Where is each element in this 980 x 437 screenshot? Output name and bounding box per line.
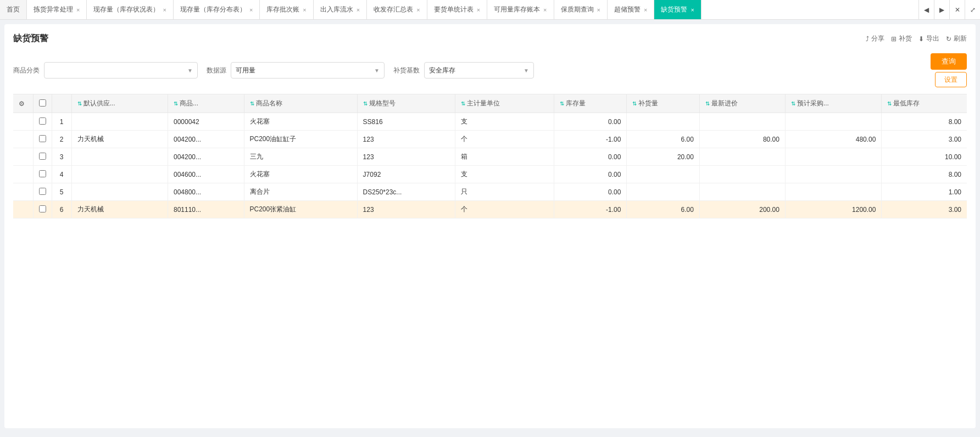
category-filter-group: 商品分类 ▼ — [13, 62, 198, 79]
tab-expiry-query[interactable]: 保质期查询 × — [554, 0, 608, 19]
col-header-spec[interactable]: ⇅ 规格型号 — [357, 94, 455, 113]
category-select[interactable]: ▼ — [44, 62, 198, 79]
tab-home[interactable]: 首页 — [0, 0, 27, 19]
tab-receive-summary-close[interactable]: × — [416, 7, 420, 13]
cell-estimated-purchase: 480.00 — [785, 131, 882, 148]
cell-min-stock: 8.00 — [882, 166, 967, 183]
tab-inventory-dist[interactable]: 现存量（库存分布表） × — [174, 0, 260, 19]
data-table: ⚙ ⇅ 默认供应... ⇅ 商品... — [13, 94, 967, 218]
sort-stock-icon: ⇅ — [560, 100, 564, 107]
datasource-select-value: 可用量 — [236, 66, 255, 75]
cell-min-stock: 3.00 — [882, 201, 967, 218]
cell-latest-price: 200.00 — [699, 201, 785, 218]
filter-row: 商品分类 ▼ 数据源 可用量 ▼ 补货基数 安全库存 ▼ 查询 设置 — [13, 53, 967, 87]
table-body: 10000042火花塞SS816支0.008.002力天机械004200...P… — [13, 113, 967, 218]
col-header-latest-price[interactable]: ⇅ 最新进价 — [699, 94, 785, 113]
sort-spec-icon: ⇅ — [363, 100, 368, 107]
tab-flow-close[interactable]: × — [357, 7, 360, 13]
row-checkbox[interactable] — [39, 188, 46, 195]
col-header-check — [33, 94, 52, 113]
cell-stock: 0.00 — [554, 166, 627, 183]
datasource-filter-group: 数据源 可用量 ▼ — [207, 62, 385, 79]
tab-anomaly[interactable]: 拣货异常处理 × — [27, 0, 87, 19]
datasource-select[interactable]: 可用量 ▼ — [231, 62, 385, 79]
tab-shortage-close[interactable]: × — [691, 7, 694, 13]
replenish-base-select[interactable]: 安全库存 ▼ — [424, 62, 534, 79]
tab-flow[interactable]: 出入库流水 × — [314, 0, 367, 19]
tab-overstock-close[interactable]: × — [644, 7, 647, 13]
tab-shortage-label: 缺货预警 — [661, 5, 687, 14]
row-checkbox[interactable] — [39, 117, 46, 125]
table-row: 2力天机械004200...PC200油缸缸子123个-1.006.0080.0… — [13, 131, 967, 148]
cell-estimated-purchase — [785, 166, 882, 183]
col-header-estimated-purchase[interactable]: ⇅ 预计采购... — [785, 94, 882, 113]
header-actions: ⤴ 分享 ⊞ 补货 ⬇ 导出 ↻ 刷新 — [866, 34, 967, 43]
cell-name: PC200油缸缸子 — [244, 131, 357, 148]
tab-inventory-status[interactable]: 现存量（库存状况表） × — [87, 0, 173, 19]
col-header-gear[interactable]: ⚙ — [13, 94, 33, 113]
tab-inventory-dist-close[interactable]: × — [249, 7, 253, 13]
cell-min-stock: 3.00 — [882, 131, 967, 148]
col-header-stock[interactable]: ⇅ 库存量 — [554, 94, 627, 113]
tab-available-ledger[interactable]: 可用量库存账本 × — [487, 0, 554, 19]
tab-inventory-status-close[interactable]: × — [163, 7, 166, 13]
tab-overstock[interactable]: 超储预警 × — [608, 0, 654, 19]
tab-shortage[interactable]: 缺货预警 × — [654, 0, 701, 19]
table-header-row: ⚙ ⇅ 默认供应... ⇅ 商品... — [13, 94, 967, 113]
table-row: 6力天机械801110...PC200张紧油缸123个-1.006.00200.… — [13, 201, 967, 218]
tab-prev-button[interactable]: ◀ — [918, 0, 934, 20]
row-checkbox[interactable] — [39, 205, 46, 212]
cell-name: 三九 — [244, 148, 357, 166]
col-header-product-name[interactable]: ⇅ 商品名称 — [244, 94, 357, 113]
cell-num: 3 — [52, 148, 71, 166]
replenish-icon: ⊞ — [891, 35, 897, 43]
refresh-icon: ↻ — [946, 35, 951, 43]
category-filter-label: 商品分类 — [13, 66, 40, 75]
tab-requisition-stat[interactable]: 要货单统计表 × — [427, 0, 487, 19]
tab-available-ledger-close[interactable]: × — [543, 7, 547, 13]
col-header-default-supplier[interactable]: ⇅ 默认供应... — [71, 94, 168, 113]
row-checkbox[interactable] — [39, 135, 46, 142]
col-label-replenish-qty: 补货量 — [638, 99, 658, 108]
tab-receive-summary[interactable]: 收发存汇总表 × — [367, 0, 427, 19]
replenish-button[interactable]: ⊞ 补货 — [891, 34, 912, 43]
tab-navigation: ◀ ▶ ✕ ⤢ — [918, 0, 980, 20]
row-checkbox[interactable] — [39, 153, 46, 160]
tab-close-all-button[interactable]: ✕ — [949, 0, 965, 20]
cell-gear — [13, 148, 33, 166]
tab-next-button[interactable]: ▶ — [934, 0, 949, 20]
col-header-product-code[interactable]: ⇅ 商品... — [168, 94, 244, 113]
cell-min-stock: 1.00 — [882, 183, 967, 201]
settings-button[interactable]: 设置 — [935, 72, 967, 87]
select-all-checkbox[interactable] — [39, 99, 46, 107]
cell-name: PC200张紧油缸 — [244, 201, 357, 218]
tab-expand-button[interactable]: ⤢ — [965, 0, 980, 20]
col-header-replenish-qty[interactable]: ⇅ 补货量 — [627, 94, 700, 113]
col-header-unit[interactable]: ⇅ 主计量单位 — [455, 94, 554, 113]
cell-check — [33, 148, 52, 166]
cell-estimated-purchase — [785, 183, 882, 201]
cell-spec: DS250*23c... — [357, 183, 455, 201]
refresh-button[interactable]: ↻ 刷新 — [946, 34, 967, 43]
cell-stock: -1.00 — [554, 131, 627, 148]
cell-code: 0000042 — [168, 113, 244, 131]
tab-anomaly-close[interactable]: × — [76, 7, 80, 13]
query-button[interactable]: 查询 — [931, 53, 967, 70]
category-chevron-down-icon: ▼ — [187, 68, 193, 74]
export-button[interactable]: ⬇ 导出 — [918, 34, 939, 43]
tab-batch-account-close[interactable]: × — [303, 7, 306, 13]
refresh-label: 刷新 — [954, 34, 967, 43]
col-label-name: 商品名称 — [256, 99, 282, 108]
cell-check — [33, 113, 52, 131]
tab-requisition-stat-close[interactable]: × — [477, 7, 480, 13]
tab-requisition-stat-label: 要货单统计表 — [434, 5, 474, 14]
col-header-min-stock[interactable]: ⇅ 最低库存 — [882, 94, 967, 113]
cell-check — [33, 201, 52, 218]
tab-batch-account[interactable]: 库存批次账 × — [260, 0, 313, 19]
share-button[interactable]: ⤴ 分享 — [866, 34, 884, 43]
row-checkbox[interactable] — [39, 170, 46, 177]
tab-expiry-query-close[interactable]: × — [597, 7, 600, 13]
tab-overstock-label: 超储预警 — [614, 5, 641, 14]
col-label-unit: 主计量单位 — [467, 99, 500, 108]
cell-gear — [13, 113, 33, 131]
